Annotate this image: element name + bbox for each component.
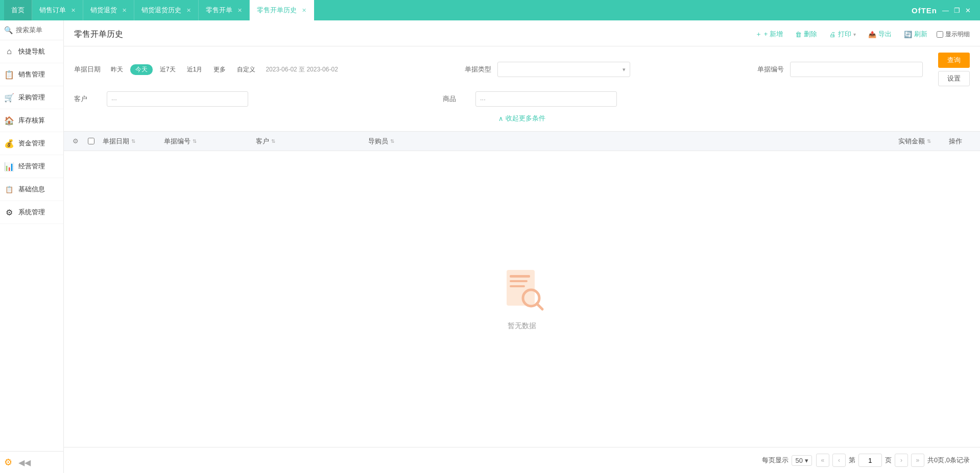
- settings-gear-icon[interactable]: ⚙: [4, 457, 12, 468]
- date-range-display: 2023-06-02 至 2023-06-02: [266, 65, 338, 74]
- empty-state: 暂无数据: [64, 151, 980, 447]
- filter-order-num-item: 单据编号: [757, 62, 923, 77]
- th-customer[interactable]: 客户 ⇅: [252, 137, 364, 146]
- tab-bar: 首页 销售订单 ✕ 销货退货 ✕ 销货退货历史 ✕ 零售开单 ✕ 零售开单历史 …: [0, 0, 980, 20]
- prev-page-btn[interactable]: ‹: [832, 454, 846, 467]
- sidebar-item-inventory-label: 库存核算: [18, 116, 45, 125]
- sidebar-item-purchase-mgmt[interactable]: 🛒 采购管理: [0, 86, 63, 109]
- query-button[interactable]: 查询: [938, 53, 970, 68]
- select-all-checkbox[interactable]: [88, 138, 94, 144]
- export-icon: 📤: [868, 31, 876, 38]
- sidebar-item-finance-label: 资金管理: [18, 139, 45, 148]
- tab-return-history-close[interactable]: ✕: [186, 7, 191, 14]
- per-page-select[interactable]: 50 ▾: [792, 455, 811, 466]
- svg-rect-3: [510, 285, 525, 287]
- tab-retail-open[interactable]: 零售开单 ✕: [199, 0, 250, 20]
- refresh-button[interactable]: 🔄 刷新: [901, 28, 930, 41]
- sidebar-item-sales-mgmt[interactable]: 📋 销售管理: [0, 63, 63, 86]
- inventory-icon: 🏠: [4, 115, 14, 126]
- filter-goods-input[interactable]: ···: [475, 91, 617, 107]
- filter-date-options: 昨天 今天 近7天 近1月 更多 自定义: [107, 64, 259, 75]
- show-detail-check[interactable]: [937, 31, 943, 38]
- show-detail-checkbox[interactable]: 显示明细: [937, 30, 970, 39]
- th-op-label: 操作: [949, 137, 962, 146]
- th-guide-sort-icon: ⇅: [390, 138, 394, 144]
- filter-row-2: 客户 ··· 商品 ···: [74, 91, 970, 107]
- last-page-btn[interactable]: »: [911, 454, 924, 467]
- print-button[interactable]: 🖨 打印 ▾: [826, 28, 859, 41]
- tab-sales-order[interactable]: 销售订单 ✕: [32, 0, 83, 20]
- purchase-mgmt-icon: 🛒: [4, 92, 14, 103]
- add-button[interactable]: ＋ + 新增: [752, 28, 786, 41]
- restore-btn[interactable]: ❐: [954, 7, 960, 14]
- th-settings[interactable]: ⚙: [68, 137, 83, 145]
- sidebar-item-inventory[interactable]: 🏠 库存核算: [0, 109, 63, 132]
- svg-rect-1: [510, 275, 530, 278]
- export-label: 导出: [878, 30, 892, 39]
- th-amount[interactable]: 实销金额 ⇅: [425, 137, 935, 146]
- th-op: 操作: [935, 137, 976, 146]
- filter-customer-label: 客户: [74, 94, 103, 104]
- date-opt-1month[interactable]: 近1月: [183, 64, 207, 75]
- filter-date-label: 单据日期: [74, 65, 103, 74]
- sidebar-item-sales-mgmt-label: 销售管理: [18, 70, 45, 79]
- close-btn-window[interactable]: ✕: [965, 7, 971, 14]
- toolbar: ＋ + 新增 🗑 删除 🖨 打印 ▾ 📤 导出 🔄: [752, 28, 970, 41]
- sidebar-item-base-info-label: 基础信息: [18, 185, 45, 194]
- tab-sales-return-close[interactable]: ✕: [122, 7, 127, 14]
- th-guide[interactable]: 导购员 ⇅: [364, 137, 425, 146]
- delete-button[interactable]: 🗑 删除: [792, 28, 820, 41]
- empty-text: 暂无数据: [508, 321, 536, 331]
- next-page-btn[interactable]: ›: [895, 454, 908, 467]
- date-opt-7days[interactable]: 近7天: [156, 64, 180, 75]
- tab-retail-history-close[interactable]: ✕: [302, 7, 306, 14]
- operations-icon: 📊: [4, 161, 14, 171]
- first-page-btn[interactable]: «: [816, 454, 829, 467]
- sidebar-search[interactable]: 🔍 搜索菜单: [0, 20, 63, 40]
- tab-retail-open-close[interactable]: ✕: [237, 7, 242, 14]
- minimize-btn[interactable]: —: [942, 7, 949, 14]
- chevron-up-icon: ∧: [498, 115, 504, 122]
- add-icon: ＋: [755, 30, 762, 39]
- filter-customer-input[interactable]: ···: [107, 91, 248, 107]
- print-label: 打印: [838, 30, 851, 39]
- setting-button[interactable]: 设置: [938, 71, 970, 86]
- sidebar-item-quick-nav[interactable]: ⌂ 快捷导航: [0, 40, 63, 63]
- tab-sales-return[interactable]: 销货退货 ✕: [83, 0, 134, 20]
- delete-label: 删除: [804, 30, 817, 39]
- th-num[interactable]: 单据编号 ⇅: [160, 137, 252, 146]
- th-guide-label: 导购员: [368, 137, 388, 146]
- th-date[interactable]: 单据日期 ⇅: [99, 137, 160, 146]
- filter-goods-label: 商品: [443, 94, 471, 104]
- tab-sales-order-close[interactable]: ✕: [71, 7, 76, 14]
- sales-mgmt-icon: 📋: [4, 69, 14, 80]
- date-opt-today[interactable]: 今天: [130, 64, 153, 75]
- refresh-icon: 🔄: [904, 31, 912, 38]
- page-suffix: 页: [885, 456, 892, 465]
- collapse-conditions[interactable]: ∧ 收起更多条件: [74, 112, 970, 125]
- customer-dots: ···: [111, 95, 117, 103]
- date-opt-yesterday[interactable]: 昨天: [107, 64, 127, 75]
- page-nav: « ‹ 第 页 › » 共0页,0条记录: [816, 454, 970, 467]
- show-detail-label: 显示明细: [945, 30, 970, 39]
- tab-home-label: 首页: [11, 6, 25, 15]
- page-input[interactable]: [858, 454, 882, 467]
- filter-order-num-input[interactable]: [790, 62, 923, 77]
- th-customer-label: 客户: [256, 137, 269, 146]
- export-button[interactable]: 📤 导出: [865, 28, 895, 41]
- th-date-sort-icon: ⇅: [131, 138, 135, 144]
- svg-point-6: [528, 295, 531, 298]
- sidebar-collapse-icon[interactable]: ◀◀: [18, 458, 31, 467]
- filter-type-item: 单据类型 ▾: [465, 62, 630, 77]
- th-checkbox[interactable]: [83, 138, 99, 144]
- filter-type-select[interactable]: ▾: [497, 62, 630, 77]
- sidebar-item-operations[interactable]: 📊 经营管理: [0, 155, 63, 178]
- tab-home[interactable]: 首页: [4, 0, 32, 20]
- sidebar-item-finance[interactable]: 💰 资金管理: [0, 132, 63, 155]
- date-opt-more[interactable]: 更多: [209, 64, 230, 75]
- date-opt-custom[interactable]: 自定义: [233, 64, 259, 75]
- tab-return-history[interactable]: 销货退货历史 ✕: [134, 0, 199, 20]
- sidebar-item-base-info[interactable]: 📋 基础信息: [0, 178, 63, 201]
- sidebar-item-system[interactable]: ⚙ 系统管理: [0, 201, 63, 224]
- tab-retail-history[interactable]: 零售开单历史 ✕: [250, 0, 314, 20]
